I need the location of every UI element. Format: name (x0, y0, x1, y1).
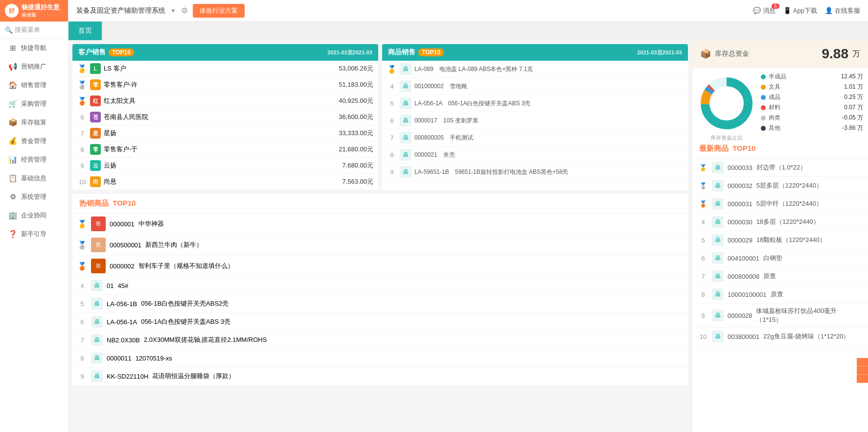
nav-tabs: 首页 (69, 22, 868, 40)
trial-button[interactable]: 体验行业方案 (193, 4, 245, 18)
np-code-4: 0000030 (728, 218, 753, 226)
customer-amount-5: 33,333.00元 (339, 129, 373, 138)
hot-img-6: 品 (91, 316, 103, 328)
purchase-icon: 🛒 (8, 99, 17, 108)
hot-img-4: 品 (91, 280, 103, 291)
np-img-5: 品 (712, 234, 724, 246)
search-label: 搜索菜单 (15, 25, 40, 34)
product-info-1: LA-089 电池盖 LA-089 ABS本色+黑种 7.1克 (414, 65, 533, 73)
legend-dot-6 (761, 126, 766, 131)
customer-name-4: 苍南县人民医院 (104, 113, 148, 121)
product-sales-panel: 商品销售 TOP10 2021-03至2021-03 🥇 品 LA-089 电池… (382, 44, 688, 190)
customer-icon-3: 红 (90, 96, 101, 106)
customer-amount-6: 21,680.00元 (339, 145, 373, 154)
np-code-2: 0000032 (728, 182, 753, 190)
sidebar-item-marketing[interactable]: 📢 营销推广 (0, 57, 68, 76)
rank-num-8: 10 (77, 178, 87, 186)
legend-item-1: 半成品 12.45 万 (761, 72, 863, 81)
sidebar-search[interactable]: 🔍 搜索菜单 (0, 22, 68, 39)
cs-live-button[interactable]: 直播 (857, 375, 868, 383)
np-item-2: 🥈 品 0000032 5层多层（1220*2440） (692, 177, 868, 195)
sidebar-item-enterprise[interactable]: 🏢 企业协同 (0, 206, 68, 225)
sidebar-item-label: 营销推广 (21, 62, 46, 71)
sidebar-item-label: 采购管理 (21, 99, 46, 108)
np-rank-10: 10 (698, 333, 708, 340)
hot-medal-1: 🥇 (77, 219, 87, 229)
legend-item-3: 成品 0.25 万 (761, 93, 863, 101)
product-rank-6: 6 品 0000017 10S 变刺罗浆 (382, 112, 688, 129)
cs-hotline-button[interactable]: 客服热线 (857, 358, 868, 366)
customer-name-3: 红太阳文具 (104, 96, 136, 105)
customer-rank-1: 🥇 L LS 客户 53,006.26元 (72, 61, 378, 77)
app-name: 畅捷通好生意 (22, 3, 60, 12)
hot-code-8: 0000011 (107, 355, 132, 362)
tab-home[interactable]: 首页 (69, 22, 102, 40)
product-img-9: 品 (400, 166, 411, 178)
np-item-7: 7 品 000800008 原查 (692, 267, 868, 286)
dropdown-arrow-icon[interactable]: ▼ (170, 7, 176, 14)
sidebar-item-guide[interactable]: ❓ 新手引导 (0, 225, 68, 243)
search-icon: 🔍 (5, 26, 13, 34)
np-code-1: 0000033 (728, 164, 753, 171)
settings-icon[interactable]: ⚙ (181, 6, 188, 15)
np-rank-3: 🥉 (698, 200, 708, 208)
customer-sales-badge: TOP10 (109, 48, 134, 56)
new-products-panel: 最新商品 TOP10 🥇 品 0000033 封边带（1.0*22） 🥈 品 0… (692, 139, 868, 346)
product-info-6: 0000017 10S 变刺罗浆 (414, 117, 479, 125)
hot-img-5: 品 (91, 298, 103, 310)
app-download-button[interactable]: 📱 App下载 (783, 6, 817, 15)
customer-name-6: 零售客户-于 (104, 145, 137, 154)
customer-icon-1: L (90, 63, 101, 74)
hot-code-2: 000500001 (110, 241, 141, 249)
donut-svg (697, 74, 756, 133)
np-item-9: 9 品 0000028 体城嘉枚味苏打饮品400毫升（1*15） (692, 304, 868, 328)
sidebar-item-basic-info[interactable]: 📋 基础信息 (0, 169, 68, 188)
rank-num-7: 9 (77, 162, 87, 169)
customer-icon-8: 尚 (90, 176, 101, 187)
sidebar-item-purchase[interactable]: 🛒 采购管理 (0, 95, 68, 113)
np-item-1: 🥇 品 0000033 封边带（1.0*22） (692, 159, 868, 177)
np-img-3: 品 (712, 198, 724, 210)
product-rank-1: 🥇 品 LA-089 电池盖 LA-089 ABS本色+黑种 7.1克 (382, 61, 688, 78)
hot-code-5: LA-056-1B (107, 300, 137, 308)
medal-3: 🥉 (77, 96, 87, 106)
hot-name-8: 12070519-xs (136, 355, 172, 362)
np-code-10: 003800001 (728, 333, 759, 340)
sidebar-item-quick-nav[interactable]: ⊞ 快捷导航 (0, 39, 68, 57)
medal-2: 🥈 (77, 80, 87, 90)
np-rank-2: 🥈 (698, 182, 708, 190)
online-service-button[interactable]: 👤 在线客服 (825, 6, 860, 15)
hot-name-1: 中华神器 (138, 219, 164, 228)
message-icon: 💬 (753, 7, 761, 14)
sidebar-item-label: 企业协同 (21, 211, 46, 220)
hot-medal-2: 🥈 (77, 240, 87, 250)
product-img-4: 品 (400, 80, 411, 92)
product-img-7: 品 (400, 132, 411, 144)
customer-rank-5: 7 星 星扬 33,333.00元 (72, 125, 378, 142)
customer-name-1: LS 客户 (104, 64, 126, 73)
product-sales-title: 商品销售 (388, 48, 415, 57)
sidebar-item-label: 销售管理 (21, 81, 46, 90)
hot-img-9: 品 (91, 370, 103, 382)
np-name-8: 原查 (771, 290, 783, 299)
sidebar-item-system[interactable]: ⚙ 系统管理 (0, 188, 68, 206)
customer-rank-6: 8 零 零售客户-于 21,680.00元 (72, 142, 378, 158)
message-button[interactable]: 💬 消息 6 (753, 6, 776, 15)
sales-icon: 🏠 (8, 81, 17, 90)
sidebar-item-finance[interactable]: 💰 资金管理 (0, 132, 68, 150)
np-name-9: 体城嘉枚味苏打饮品400毫升（1*15） (756, 307, 862, 324)
sidebar-item-inventory[interactable]: 📦 库存核算 (0, 113, 68, 132)
cs-community-button[interactable]: 服务社区 (857, 366, 868, 375)
hot-name-9: 花语萌恒温分腿睡袋（厚款） (152, 372, 235, 381)
inventory-header: 📦 库存总资金 9.88 万 (692, 40, 868, 68)
product-img-5: 品 (400, 97, 411, 109)
sidebar-item-operations[interactable]: 📊 经营管理 (0, 150, 68, 169)
legend-dot-1 (761, 74, 766, 79)
legend-item-4: 材料 0.07 万 (761, 103, 863, 112)
np-item-10: 10 品 003800001 22g鱼豆腐-烧烤味（1*12*20） (692, 328, 868, 346)
customer-icon-6: 零 (90, 144, 101, 155)
np-img-8: 品 (712, 288, 724, 300)
np-code-8: 10000100001 (728, 291, 767, 298)
customer-name-8: 尚悬 (104, 177, 116, 186)
sidebar-item-sales[interactable]: 🏠 销售管理 (0, 76, 68, 95)
